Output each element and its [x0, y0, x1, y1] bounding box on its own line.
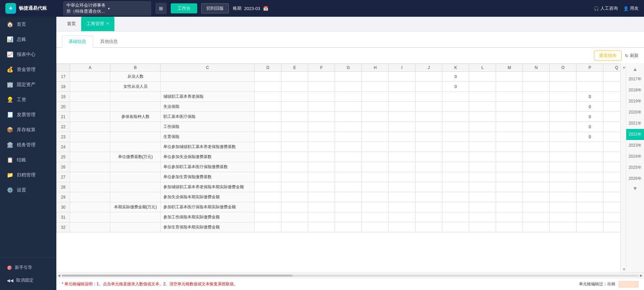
tab-commerce[interactable]: 工商管理 ✕ — [81, 17, 114, 31]
sidebar-item-assets[interactable]: 🏢 固定资产 — [0, 77, 56, 92]
cell-27-n[interactable] — [523, 172, 550, 182]
cell-25-d[interactable] — [255, 152, 281, 162]
cell-27-l[interactable] — [469, 172, 496, 182]
cell-30-g[interactable] — [335, 202, 362, 212]
cell-23-l[interactable] — [469, 132, 496, 142]
company-selector[interactable]: 中审众环会计师事务所（特殊普通合伙... ▾ — [63, 1, 151, 16]
cell-27-k[interactable] — [442, 172, 469, 182]
cell-31-n[interactable] — [523, 212, 550, 222]
cell-20-m[interactable] — [496, 102, 523, 112]
cell-23-q[interactable] — [603, 132, 621, 142]
cell-30-j[interactable] — [416, 202, 442, 212]
cell-31-o[interactable] — [550, 212, 577, 222]
cell-30-k[interactable] — [442, 202, 469, 212]
cell-18-n[interactable] — [523, 82, 550, 92]
cell-26-g[interactable] — [335, 162, 362, 172]
cell-27-i[interactable] — [389, 172, 416, 182]
cell-21-e[interactable] — [281, 112, 308, 122]
cell-31-h[interactable] — [362, 212, 389, 222]
cell-25-q[interactable] — [603, 152, 621, 162]
h-scroll-area[interactable]: ◀ ▶ — [56, 273, 644, 278]
refresh-button[interactable]: ↻ 刷新 — [625, 53, 639, 59]
cell-29-d[interactable] — [255, 192, 281, 202]
cell-23-f[interactable] — [308, 132, 335, 142]
cell-25-h[interactable] — [362, 152, 389, 162]
sidebar-item-tax[interactable]: 🏛️ 税务管理 — [0, 137, 56, 152]
sidebar-item-invoice[interactable]: 🧾 发票管理 — [0, 107, 56, 122]
cell-28-c[interactable]: 参加城镇职工基本养老保险本期实际缴费金额 — [161, 182, 255, 192]
cell-27-e[interactable] — [281, 172, 308, 182]
reset-report-button[interactable]: 重置报表 — [594, 51, 622, 61]
cell-18-l[interactable] — [469, 82, 496, 92]
cell-29-a[interactable] — [70, 192, 110, 202]
cell-19-c[interactable]: 城镇职工基本养老保险 — [161, 92, 255, 102]
sidebar-item-unpin[interactable]: ◀◀ 取消固定 — [0, 274, 56, 287]
cell-21-d[interactable] — [255, 112, 281, 122]
cell-32-d[interactable] — [255, 222, 281, 232]
cell-32-n[interactable] — [523, 222, 550, 232]
tab-home[interactable]: 首页 — [62, 17, 81, 31]
cell-19-h[interactable] — [362, 92, 389, 102]
cell-28-l[interactable] — [469, 182, 496, 192]
cell-28-p[interactable] — [577, 182, 603, 192]
cell-24-o[interactable] — [550, 142, 577, 152]
year-item-2023[interactable]: 2023年 — [626, 140, 644, 151]
cell-21-m[interactable] — [496, 112, 523, 122]
cell-20-h[interactable] — [362, 102, 389, 112]
cell-19-j[interactable] — [416, 92, 442, 102]
cell-23-i[interactable] — [389, 132, 416, 142]
cell-30-p[interactable] — [577, 202, 603, 212]
cell-20-p[interactable]: 0 — [577, 102, 603, 112]
cell-30-c[interactable]: 参加职工基本医疗保险本期实际缴费金额 — [161, 202, 255, 212]
cell-23-e[interactable] — [281, 132, 308, 142]
cell-26-i[interactable] — [389, 162, 416, 172]
cell-31-e[interactable] — [281, 212, 308, 222]
cell-25-e[interactable] — [281, 152, 308, 162]
cell-17-h[interactable] — [362, 72, 389, 82]
cell-24-q[interactable] — [603, 142, 621, 152]
cell-27-m[interactable] — [496, 172, 523, 182]
cell-30-e[interactable] — [281, 202, 308, 212]
cell-17-o[interactable] — [550, 72, 577, 82]
cell-32-f[interactable] — [308, 222, 335, 232]
cell-19-a[interactable] — [70, 92, 110, 102]
cell-29-p[interactable] — [577, 192, 603, 202]
copy-button[interactable]: ⊞ — [155, 3, 167, 14]
cell-31-k[interactable] — [442, 212, 469, 222]
cell-17-d[interactable] — [255, 72, 281, 82]
cell-25-j[interactable] — [416, 152, 442, 162]
cell-19-g[interactable] — [335, 92, 362, 102]
year-panel-up-arrow[interactable]: ▲ — [631, 65, 639, 74]
cell-32-o[interactable] — [550, 222, 577, 232]
cell-27-a[interactable] — [70, 172, 110, 182]
cell-32-e[interactable] — [281, 222, 308, 232]
cell-23-k[interactable] — [442, 132, 469, 142]
cell-20-j[interactable] — [416, 102, 442, 112]
cell-21-l[interactable] — [469, 112, 496, 122]
cell-28-j[interactable] — [416, 182, 442, 192]
sidebar-item-settings[interactable]: ⚙️ 设置 — [0, 183, 56, 198]
cell-28-q[interactable] — [603, 182, 621, 192]
cell-17-l[interactable] — [469, 72, 496, 82]
cell-19-i[interactable] — [389, 92, 416, 102]
cell-26-q[interactable] — [603, 162, 621, 172]
cell-21-a[interactable] — [70, 112, 110, 122]
cell-20-b[interactable] — [110, 102, 161, 112]
cell-18-h[interactable] — [362, 82, 389, 92]
cell-23-n[interactable] — [523, 132, 550, 142]
cell-25-k[interactable] — [442, 152, 469, 162]
cell-25-l[interactable] — [469, 152, 496, 162]
workbench-button[interactable]: 工作台 — [171, 3, 197, 13]
year-item-2021[interactable]: 2021年 — [626, 118, 644, 129]
scroll-up-arrow[interactable]: ▲ — [621, 64, 626, 70]
cell-22-n[interactable] — [523, 122, 550, 132]
cell-25-g[interactable] — [335, 152, 362, 162]
cell-21-h[interactable] — [362, 112, 389, 122]
cell-17-m[interactable] — [496, 72, 523, 82]
cell-29-f[interactable] — [308, 192, 335, 202]
cell-25-m[interactable] — [496, 152, 523, 162]
cell-23-a[interactable] — [70, 132, 110, 142]
cell-31-a[interactable] — [70, 212, 110, 222]
cell-24-n[interactable] — [523, 142, 550, 152]
cell-31-m[interactable] — [496, 212, 523, 222]
